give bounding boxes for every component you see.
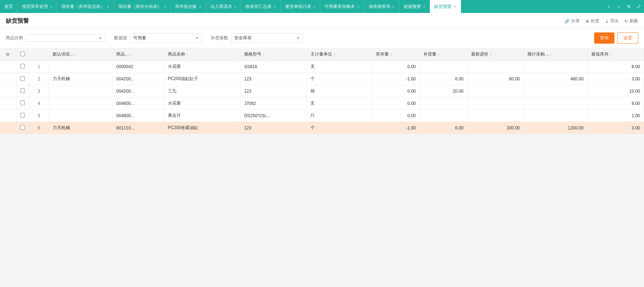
export-btn[interactable]: ⤓ 导出 xyxy=(605,18,619,24)
col-spec-header[interactable]: 规格型号↕ xyxy=(240,48,307,61)
tab-close-expiry-query[interactable]: × xyxy=(392,4,395,9)
row-checkbox-2[interactable] xyxy=(20,88,25,93)
tab-close-exception[interactable]: × xyxy=(50,4,52,9)
col-unit-header[interactable]: 主计量单位↕ xyxy=(307,48,372,61)
tab-close-inventory-status[interactable]: × xyxy=(107,4,109,9)
tab-expand-btn[interactable]: ⤢ xyxy=(634,0,644,13)
row-est-purchase-0 xyxy=(524,61,587,73)
col-seq-header xyxy=(29,48,49,61)
col-est-purchase-header[interactable]: 预计采购...↕ xyxy=(524,48,587,61)
row-supplier-3 xyxy=(49,97,112,110)
tab-close-inout-flow[interactable]: × xyxy=(234,4,236,9)
tab-overstock-warn[interactable]: 超储预警× xyxy=(399,0,430,13)
datasource-select[interactable]: 可用量 ▼ xyxy=(130,33,202,43)
tab-close-all-btn[interactable]: ✕ xyxy=(624,0,634,13)
col-check[interactable] xyxy=(16,48,29,61)
col-product-code-header[interactable]: 商品...↕ xyxy=(113,48,164,61)
row-min-stock-0: 8.00 xyxy=(587,61,644,73)
tab-label-expiry-query: 保质期查询 xyxy=(369,4,390,10)
row-check-4[interactable] xyxy=(16,110,29,122)
header-actions: 🔗 分享 ⊕ 补货 ⤓ 导出 ↻ 刷新 xyxy=(564,18,638,24)
row-check-2[interactable] xyxy=(16,85,29,97)
col-latest-price-header[interactable]: 最新进价↕ xyxy=(467,48,524,61)
row-spec-4: DS250*23c... xyxy=(240,110,307,122)
category-filter: 商品分类 ▼ xyxy=(6,34,105,42)
col-min-stock-header[interactable]: 最低库存↕ xyxy=(587,48,644,61)
replenish-icon: ⊕ xyxy=(586,19,589,24)
tab-shortage-warn[interactable]: 缺货预警× xyxy=(430,0,461,13)
tab-available-ledger[interactable]: 可用量库存账本× xyxy=(320,0,364,13)
tab-expiry-query[interactable]: 保质期查询× xyxy=(364,0,399,13)
tab-close-batch-account[interactable]: × xyxy=(199,4,201,9)
category-select[interactable]: ▼ xyxy=(26,34,105,42)
row-product-code-4: 004800... xyxy=(113,110,164,122)
row-checkbox-4[interactable] xyxy=(20,113,25,118)
row-seq-2: 3 xyxy=(29,85,49,97)
refresh-btn[interactable]: ↻ 刷新 xyxy=(625,18,638,24)
check-all-checkbox[interactable] xyxy=(20,52,25,56)
tab-prev-btn[interactable]: ‹ xyxy=(604,0,614,13)
col-gear[interactable]: ⚙ xyxy=(0,48,16,61)
row-unit-1: 个 xyxy=(307,73,372,85)
row-stock-0: 0.00 xyxy=(372,61,419,73)
tab-close-order-stats[interactable]: × xyxy=(313,4,316,9)
row-check-0[interactable] xyxy=(16,61,29,73)
category-label: 商品分类 xyxy=(6,35,23,41)
tab-next-btn[interactable]: › xyxy=(614,0,624,13)
tab-home[interactable]: 首页 xyxy=(0,0,18,13)
tab-close-shortage-warn[interactable]: × xyxy=(454,4,456,9)
row-min-stock-3: 8.00 xyxy=(587,97,644,110)
tab-collect-summary[interactable]: 收发存汇总表× xyxy=(241,0,280,13)
replenish-btn[interactable]: ⊕ 补货 xyxy=(586,18,599,24)
tab-inout-flow[interactable]: 出入库流水× xyxy=(206,0,241,13)
tab-batch-account[interactable]: 库存批次账× xyxy=(171,0,206,13)
tab-close-inventory-dist[interactable]: × xyxy=(164,4,166,9)
col-replenish-header[interactable]: 补货量↕ xyxy=(419,48,467,61)
replenish-base-select[interactable]: 安全库存 ▼ xyxy=(231,33,303,43)
row-product-name-3: 火花塞 xyxy=(164,97,240,110)
tab-close-available-ledger[interactable]: × xyxy=(357,4,359,9)
row-replenish-1: 6.00 xyxy=(419,73,467,85)
row-checkbox-3[interactable] xyxy=(20,101,25,105)
col-product-name-header[interactable]: 商品名称↕ xyxy=(164,48,240,61)
share-btn[interactable]: 🔗 分享 xyxy=(564,18,580,24)
table-row: 5 004800... 离合片 DS250*23c... 只 0.00 1.00 xyxy=(0,110,644,122)
tab-inventory-status[interactable]: 现存量（库存状况表）× xyxy=(57,0,114,13)
row-gear-0 xyxy=(0,61,16,73)
col-stock-header[interactable]: 库存量↕ xyxy=(372,48,419,61)
table-row: 6 力天机械 801110... PC200张紧油缸 123 个 -1.00 6… xyxy=(0,122,644,134)
tab-label-shortage-warn: 缺货预警 xyxy=(434,4,452,10)
settings-button[interactable]: 设置 xyxy=(617,32,638,44)
tab-label-exception: 拣货异常处理 xyxy=(22,4,48,10)
row-latest-price-5: 200.00 xyxy=(467,122,524,134)
col-supplier-header[interactable]: 默认供应...↕ xyxy=(49,48,112,61)
data-table: ⚙ 默认供应...↕ 商品...↕ 商品名称↕ 规格型号↕ 主计量单位↕ 库存量… xyxy=(0,48,644,134)
tab-inventory-dist[interactable]: 现存量（库存分布表）× xyxy=(114,0,171,13)
row-product-code-5: 801110... xyxy=(113,122,164,134)
row-checkbox-1[interactable] xyxy=(20,76,25,81)
row-replenish-5: 6.00 xyxy=(419,122,467,134)
tab-label-inventory-status: 现存量（库存状况表） xyxy=(61,4,105,10)
tab-label-batch-account: 库存批次账 xyxy=(175,4,197,10)
row-product-code-3: 004600... xyxy=(113,97,164,110)
row-latest-price-2 xyxy=(467,85,524,97)
tab-order-stats[interactable]: 要货单统计表× xyxy=(281,0,320,13)
row-check-3[interactable] xyxy=(16,97,29,110)
row-checkbox-0[interactable] xyxy=(20,64,25,69)
row-replenish-2: 20.00 xyxy=(419,85,467,97)
tab-close-collect-summary[interactable]: × xyxy=(274,4,276,9)
replenish-base-chevron-icon: ▼ xyxy=(296,36,300,40)
row-gear-3 xyxy=(0,97,16,110)
row-replenish-3 xyxy=(419,97,467,110)
row-checkbox-5[interactable] xyxy=(20,125,25,130)
row-check-5[interactable] xyxy=(16,122,29,134)
row-check-1[interactable] xyxy=(16,73,29,85)
row-gear-1 xyxy=(0,73,16,85)
tab-close-overstock-warn[interactable]: × xyxy=(423,4,425,9)
row-supplier-0 xyxy=(49,61,112,73)
row-est-purchase-1: 480.00 xyxy=(524,73,587,85)
query-button[interactable]: 查询 xyxy=(594,32,614,44)
tab-exception[interactable]: 拣货异常处理× xyxy=(18,0,57,13)
row-spec-3: J7092 xyxy=(240,97,307,110)
row-spec-0: SS816 xyxy=(240,61,307,73)
